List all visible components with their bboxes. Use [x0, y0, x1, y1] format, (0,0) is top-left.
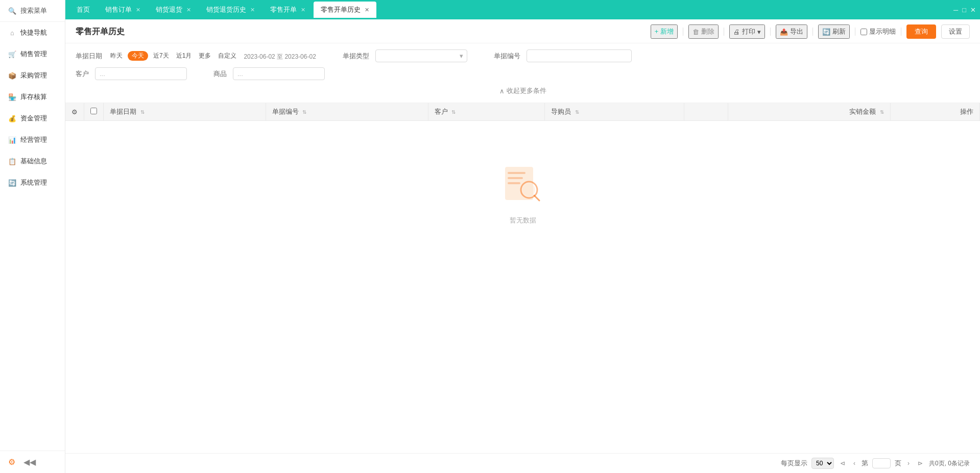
export-button[interactable]: 📤 导出 — [776, 24, 807, 39]
th-date[interactable]: 单据日期 ⇅ — [104, 103, 266, 121]
tab-sales-order[interactable]: 销售订单 ✕ — [98, 2, 148, 18]
export-button-label: 导出 — [790, 27, 803, 36]
svg-rect-1 — [508, 172, 525, 174]
inventory-icon: 🏪 — [8, 93, 16, 101]
tab-sales-order-label: 销售订单 — [105, 5, 132, 14]
sort-amount-icon: ⇅ — [880, 109, 884, 115]
product-label: 商品 — [213, 69, 227, 79]
date-today-btn[interactable]: 今天 — [128, 51, 148, 61]
sort-date-icon: ⇅ — [140, 109, 145, 115]
print-button[interactable]: 🖨 打印 ▾ — [729, 24, 765, 39]
tab-retail-open[interactable]: 零售开单 ✕ — [263, 2, 313, 18]
th-actions: 操作 — [890, 103, 979, 121]
date-1month-btn[interactable]: 近1月 — [174, 51, 194, 61]
display-detail-checkbox[interactable] — [861, 29, 867, 35]
window-minimize-icon[interactable]: ─ — [953, 6, 958, 14]
add-button[interactable]: + 新增 — [651, 24, 678, 39]
sidebar-collapse-icon[interactable]: ◀◀ — [23, 457, 36, 467]
date-more-btn[interactable]: 更多 — [197, 51, 213, 61]
table-settings-icon[interactable]: ⚙ — [71, 108, 78, 116]
window-maximize-icon[interactable]: □ — [962, 6, 966, 14]
th-salesperson[interactable]: 导购员 ⇅ — [545, 103, 684, 121]
page-number-input[interactable]: 1 — [872, 458, 891, 468]
sidebar-item-label-finance: 资金管理 — [20, 114, 47, 123]
toolbar-divider-2 — [724, 28, 724, 36]
sidebar-item-quick-nav[interactable]: ⌂ 快捷导航 — [0, 22, 65, 43]
sidebar-search[interactable]: 🔍 搜索菜单 — [0, 0, 65, 22]
tab-home[interactable]: 首页 — [69, 2, 97, 18]
date-custom-btn[interactable]: 自定义 — [216, 51, 238, 61]
window-close-icon[interactable]: ✕ — [970, 6, 976, 14]
empty-state: 暂无数据 — [65, 121, 980, 266]
top-right-controls: ─ □ ✕ — [953, 6, 976, 14]
sidebar-item-finance[interactable]: 💰 资金管理 — [0, 108, 65, 129]
sort-order-no-icon: ⇅ — [302, 109, 306, 115]
setting-button-label: 设置 — [949, 28, 962, 35]
refresh-button[interactable]: 🔄 刷新 — [818, 24, 850, 39]
tab-sales-order-close[interactable]: ✕ — [136, 7, 140, 13]
print-icon: 🖨 — [733, 28, 740, 36]
tab-sales-return[interactable]: 销货退货 ✕ — [149, 2, 198, 18]
order-type-select[interactable] — [375, 49, 467, 62]
svg-rect-3 — [508, 182, 520, 184]
sort-customer-icon: ⇅ — [451, 109, 456, 115]
per-page-label: 每页显示 — [781, 459, 807, 468]
page-prev-btn[interactable]: ‹ — [851, 459, 857, 468]
select-all-checkbox[interactable] — [90, 108, 97, 114]
tab-retail-open-close[interactable]: ✕ — [301, 7, 305, 13]
th-settings[interactable]: ⚙ — [65, 103, 84, 121]
collapse-more-btn[interactable]: ∧ 收起更多条件 — [76, 85, 970, 96]
display-detail-wrap[interactable]: 显示明细 — [861, 27, 896, 36]
sidebar-item-label-sales: 销售管理 — [20, 49, 47, 59]
th-checkbox[interactable] — [84, 103, 104, 121]
delete-button[interactable]: 🗑 删除 — [688, 24, 719, 39]
basic-info-icon: 📋 — [8, 157, 16, 165]
filter-area: 单据日期 昨天 今天 近7天 近1月 更多 自定义 2023-06-02 至 2… — [65, 43, 980, 103]
per-page-select[interactable]: 50 — [811, 458, 834, 469]
home-icon: ⌂ — [8, 29, 16, 37]
page-header: 零售开单历史 + 新增 🗑 删除 🖨 打印 ▾ 📤 — [65, 19, 980, 43]
sidebar-item-sys-mgmt[interactable]: 🔄 系统管理 — [0, 172, 65, 193]
operations-icon: 📊 — [8, 136, 16, 144]
sidebar-item-purchase-mgmt[interactable]: 📦 采购管理 — [0, 65, 65, 86]
cart-icon: 🛒 — [8, 50, 16, 58]
sys-icon: 🔄 — [8, 179, 16, 187]
toolbar-divider-5 — [855, 28, 855, 36]
customer-label: 客户 — [76, 69, 89, 79]
sidebar-item-basic-info[interactable]: 📋 基础信息 — [0, 151, 65, 172]
sidebar-item-inventory[interactable]: 🏪 库存核算 — [0, 86, 65, 108]
sidebar-search-label: 搜索菜单 — [20, 6, 47, 15]
th-amount[interactable]: 实销金额 ⇅ — [728, 103, 891, 121]
page-next-btn[interactable]: › — [905, 459, 912, 468]
display-detail-label: 显示明细 — [869, 27, 896, 36]
th-order-no[interactable]: 单据编号 ⇅ — [266, 103, 428, 121]
tab-retail-open-history[interactable]: 零售开单历史 ✕ — [314, 2, 376, 18]
tab-sales-return-history-close[interactable]: ✕ — [250, 7, 255, 13]
collapse-chevron-up-icon: ∧ — [499, 87, 505, 95]
page-last-btn[interactable]: ⊳ — [916, 459, 925, 468]
page-first-btn[interactable]: ⊲ — [838, 459, 847, 468]
date-yesterday-btn[interactable]: 昨天 — [108, 51, 125, 61]
product-input-wrap[interactable]: ... — [233, 67, 325, 80]
empty-text: 暂无数据 — [510, 216, 536, 225]
query-button[interactable]: 查询 — [906, 24, 936, 39]
sidebar-item-operations[interactable]: 📊 经营管理 — [0, 129, 65, 151]
settings-gear-icon[interactable]: ⚙ — [8, 457, 15, 467]
customer-input-wrap[interactable]: ... — [95, 67, 187, 80]
order-no-input[interactable] — [527, 49, 632, 62]
order-type-dropdown-wrap — [375, 49, 467, 62]
print-button-label: 打印 — [742, 27, 755, 36]
tab-sales-return-close[interactable]: ✕ — [186, 7, 191, 13]
top-nav: 首页 销售订单 ✕ 销货退货 ✕ 销货退货历史 ✕ 零售开单 ✕ 零售开单历史 … — [65, 0, 980, 19]
refresh-icon: 🔄 — [822, 28, 830, 36]
th-customer[interactable]: 客户 ⇅ — [428, 103, 545, 121]
refresh-button-label: 刷新 — [832, 27, 846, 36]
tab-retail-open-history-close[interactable]: ✕ — [365, 7, 369, 13]
tab-sales-return-history[interactable]: 销货退货历史 ✕ — [199, 2, 262, 18]
setting-button[interactable]: 设置 — [941, 24, 970, 39]
date-7days-btn[interactable]: 近7天 — [151, 51, 171, 61]
sort-salesperson-icon: ⇅ — [575, 109, 579, 115]
sidebar-item-sales-mgmt[interactable]: 🛒 销售管理 — [0, 43, 65, 65]
toolbar-divider-1 — [683, 28, 683, 36]
filter-row-2: 客户 ... 商品 ... — [76, 67, 970, 80]
